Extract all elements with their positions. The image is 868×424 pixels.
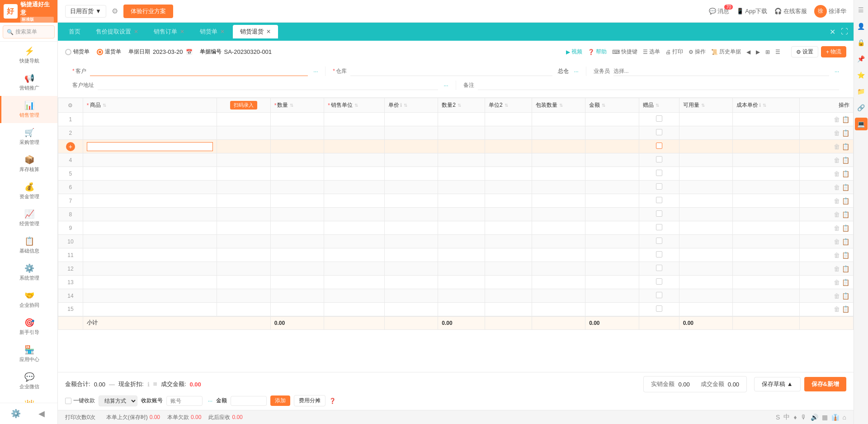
qty2-sort-icon[interactable]: ⇅ [458, 103, 461, 108]
discount-help-icon[interactable]: ℹ [147, 381, 150, 388]
qty2-cell[interactable] [438, 113, 485, 126]
tab-home[interactable]: 首页 [61, 25, 88, 38]
save-draft-button[interactable]: 保存草稿 ▲ [754, 377, 801, 391]
delete-icon[interactable]: 🗑 [834, 170, 840, 177]
add-button[interactable]: 添加 [270, 395, 290, 406]
customer-input[interactable] [90, 67, 308, 76]
sidebar-item-sales[interactable]: 📊 销售管理 [0, 96, 57, 123]
settings-btn[interactable]: ⚙ 设置 [791, 46, 818, 57]
right-tool-8[interactable]: 💻 [855, 118, 868, 130]
user-menu[interactable]: 徐 徐泽华 [814, 5, 846, 18]
copy-icon[interactable]: 📋 [842, 184, 849, 191]
remark-input[interactable] [478, 81, 840, 90]
gift-checkbox[interactable] [656, 156, 662, 162]
cost-cell[interactable] [733, 126, 800, 140]
gift-cell[interactable] [639, 113, 679, 126]
amount-input[interactable] [231, 396, 267, 406]
gift-checkbox[interactable] [656, 238, 662, 244]
sidebar-item-finance[interactable]: 💰 资金管理 [0, 177, 57, 205]
return-radio[interactable]: 退货单 [97, 48, 121, 56]
history-button[interactable]: 📜 历史单据 [711, 48, 741, 56]
amount-sort-icon[interactable]: ⇅ [602, 103, 605, 108]
tab-close-icon[interactable]: ✕ [180, 29, 184, 35]
tab-close-icon[interactable]: ✕ [266, 29, 271, 35]
gift-checkbox[interactable] [656, 292, 662, 298]
pack-sort-icon[interactable]: ⇅ [559, 103, 563, 108]
salesperson-select-icon[interactable]: ··· [835, 68, 839, 75]
fee-help-icon[interactable]: ❓ [329, 398, 336, 404]
delete-icon[interactable]: 🗑 [834, 252, 840, 259]
gift-checkbox[interactable] [656, 170, 662, 176]
warehouse-input[interactable] [350, 67, 552, 76]
topbar-settings-button[interactable]: ⚙ [110, 5, 120, 17]
unit2-cell[interactable] [485, 140, 532, 153]
delete-icon[interactable]: 🗑 [834, 224, 840, 232]
gift-checkbox[interactable] [656, 265, 662, 271]
avail-cell[interactable] [679, 140, 733, 153]
right-tool-2[interactable]: 👤 [855, 20, 868, 33]
delete-icon[interactable]: 🗑 [834, 184, 840, 191]
print-button[interactable]: 🖨 打印 [665, 48, 683, 56]
scan-button[interactable]: 扫码录入 [230, 101, 257, 110]
price-cell[interactable] [384, 113, 438, 126]
product-cell-active[interactable] [83, 140, 217, 153]
tab-close-icon[interactable]: ✕ [134, 29, 138, 35]
delete-icon[interactable]: 🗑 [834, 265, 840, 272]
th-settings[interactable]: ⚙ [58, 98, 83, 113]
next-record-button[interactable]: ▶ [756, 49, 760, 55]
amount-cell[interactable] [585, 126, 639, 140]
gift-cell[interactable] [639, 126, 679, 140]
unit-cell[interactable] [324, 126, 384, 140]
customer-select-icon[interactable]: ··· [313, 68, 318, 75]
gift-cell[interactable] [639, 140, 679, 153]
sidebar-item-inventory[interactable]: 📦 库存核算 [0, 150, 57, 177]
cost-sort-icon[interactable]: ⇅ [763, 103, 766, 108]
product-cell[interactable] [83, 276, 217, 289]
prev-record-button[interactable]: ◀ [746, 49, 750, 55]
copy-icon[interactable]: 📋 [842, 224, 849, 232]
gift-checkbox[interactable] [656, 278, 662, 285]
expand-tab-button[interactable]: ⛶ [839, 26, 850, 38]
sidebar-item-appstore[interactable]: 🏪 应用中心 [0, 340, 57, 367]
right-tool-4[interactable]: 📌 [855, 52, 868, 65]
account-select-icon[interactable]: ··· [208, 398, 212, 404]
delete-icon[interactable]: 🗑 [834, 292, 840, 300]
copy-icon[interactable]: 📋 [842, 279, 849, 286]
gift-checkbox[interactable] [656, 251, 662, 257]
delete-icon[interactable]: 🗑 [834, 157, 840, 164]
company-selector[interactable]: 日用百货 ▼ [65, 5, 106, 18]
operation-button[interactable]: ⚙ 操作 [689, 48, 706, 56]
pack-cell[interactable] [532, 113, 585, 126]
copy-icon[interactable]: 📋 [842, 116, 849, 123]
delete-icon[interactable]: 🗑 [834, 197, 840, 205]
gift-sort-icon[interactable]: ⇅ [656, 103, 659, 108]
pack-cell[interactable] [532, 140, 585, 153]
gift-checkbox[interactable] [656, 197, 662, 203]
one-key-pay-checkbox[interactable]: 一键收款 [65, 397, 95, 405]
gift-checkbox[interactable] [656, 210, 662, 217]
cost-info-icon[interactable]: ℹ [759, 102, 761, 108]
delete-icon[interactable]: 🗑 [834, 211, 840, 218]
right-tool-3[interactable]: 🔒 [855, 36, 868, 49]
fee-split-button[interactable]: 费用分摊 [294, 395, 326, 406]
cost-cell[interactable] [733, 113, 800, 126]
sidebar-item-operation[interactable]: 📈 经营管理 [0, 205, 57, 232]
tab-close-icon[interactable]: ✕ [220, 29, 225, 35]
address-input[interactable] [98, 81, 438, 90]
product-cell[interactable] [83, 221, 217, 235]
account-input[interactable] [166, 396, 203, 406]
product-cell[interactable] [83, 262, 217, 276]
copy-icon[interactable]: 📋 [842, 252, 849, 259]
price-sort-icon[interactable]: ⇅ [404, 103, 407, 108]
tab-sales-order[interactable]: 销售订单 ✕ [146, 25, 192, 38]
copy-icon[interactable]: 📋 [842, 143, 849, 150]
amount-cell[interactable] [585, 113, 639, 126]
delete-icon[interactable]: 🗑 [834, 116, 840, 123]
pack-cell[interactable] [532, 126, 585, 140]
copy-icon[interactable]: 📋 [842, 211, 849, 218]
unit2-cell[interactable] [485, 113, 532, 126]
payment-method-select[interactable]: 结算方式 [99, 395, 137, 406]
qty-sort-icon[interactable]: ⇅ [290, 103, 293, 108]
gift-checkbox[interactable] [656, 143, 662, 149]
message-button[interactable]: 💬 消息 70 [709, 7, 730, 15]
